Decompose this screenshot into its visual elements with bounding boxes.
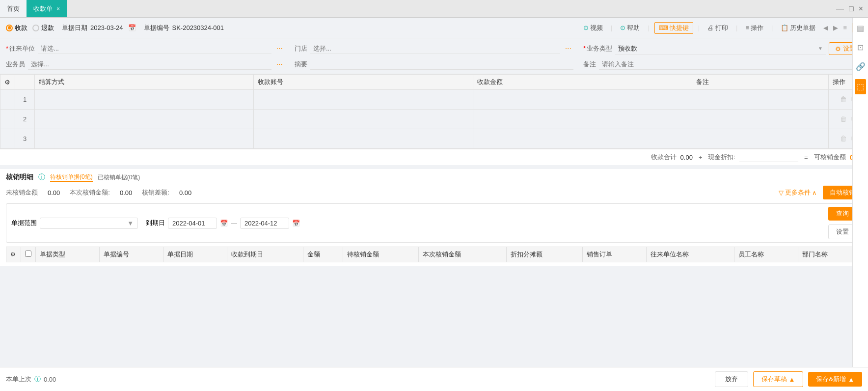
bth-settings[interactable]: ⚙ <box>6 247 21 262</box>
td-row-3-remark[interactable] <box>692 129 828 149</box>
help-icon: ⊙ <box>620 24 625 31</box>
business-type-value: 预收款 <box>618 44 816 53</box>
bth-due: 收款到期日 <box>227 247 303 262</box>
salesman-field: 业务员 ··· <box>6 59 285 70</box>
operation-btn[interactable]: ≡ 操作 <box>742 23 766 33</box>
more-conditions-btn[interactable]: ▽ 更多条件 ∧ <box>779 188 817 197</box>
table-row: 2 🗑 ⧉ <box>0 110 868 129</box>
total-value: 0.00 <box>680 154 693 161</box>
abandon-btn[interactable]: 放弃 <box>715 371 748 387</box>
no-value: SK-20230324-001 <box>172 24 224 31</box>
form-row-1: 往来单位 ··· 门店 ··· 业务类型 预收款 ▼ <box>6 42 862 55</box>
to-date-input[interactable] <box>240 218 289 229</box>
window-close[interactable]: × <box>859 4 863 13</box>
counterpart-more-icon[interactable]: ··· <box>274 44 285 53</box>
from-date-icon[interactable]: 📅 <box>220 220 228 227</box>
row-1-delete-icon[interactable]: 🗑 <box>840 95 847 103</box>
sidebar-list-icon[interactable]: ⊡ <box>855 41 866 54</box>
history-btn[interactable]: 📋 历史单据 <box>778 23 818 33</box>
range-select[interactable]: ▼ <box>40 218 138 229</box>
window-maximize[interactable]: □ <box>849 4 854 13</box>
business-type-select[interactable]: 预收款 ▼ <box>615 43 826 55</box>
td-row-3-settlement[interactable] <box>35 129 254 149</box>
from-date-input[interactable] <box>168 218 217 229</box>
print-btn[interactable]: 🖨 打印 <box>705 23 731 33</box>
td-row-1-account[interactable] <box>254 90 473 110</box>
tab-receipt-close[interactable]: × <box>56 5 60 12</box>
th-settings[interactable]: ⚙ <box>0 75 15 90</box>
section-header: 核销明细 ⓘ 待核销单据(0笔) 已核销单据(0笔) <box>6 173 862 182</box>
date-label: 单据日期 <box>62 24 87 32</box>
section-divider <box>0 165 868 169</box>
tab-home-label: 首页 <box>7 4 20 13</box>
td-row-3-amount[interactable] <box>473 129 692 149</box>
bottom-table-header: ⚙ 单据类型 单据编号 单据日期 收款到期日 金额 待核销金额 本次核销金额 折… <box>6 247 862 262</box>
no-label: 单据编号 <box>144 24 169 32</box>
range-label: 单据范围 <box>11 219 37 227</box>
window-minimize[interactable]: — <box>836 4 844 13</box>
store-label: 门店 <box>295 44 307 53</box>
equals-sign: = <box>804 154 808 161</box>
discount-input[interactable] <box>739 152 798 162</box>
salesman-input[interactable] <box>28 59 271 70</box>
td-row-2-remark[interactable] <box>692 110 828 129</box>
remark-input[interactable] <box>599 59 862 70</box>
th-row-num <box>15 75 35 90</box>
radio-receipt[interactable]: 收款 <box>6 24 27 32</box>
salesman-more-icon[interactable]: ··· <box>274 60 285 69</box>
this-order-info-icon[interactable]: ⓘ <box>34 375 41 384</box>
bottom-table-area: ⚙ 单据类型 单据编号 单据日期 收款到期日 金额 待核销金额 本次核销金额 折… <box>6 247 862 262</box>
td-row-3-account[interactable] <box>254 129 473 149</box>
summary-input[interactable] <box>310 59 573 70</box>
summary-field: 摘要 <box>295 59 573 70</box>
row-2-delete-icon[interactable]: 🗑 <box>840 115 847 123</box>
td-row-2-account[interactable] <box>254 110 473 129</box>
td-row-1-remark[interactable] <box>692 90 828 110</box>
pending-tab[interactable]: 待核销单据(0笔) <box>50 173 93 182</box>
tab-home[interactable]: 首页 <box>0 0 27 17</box>
diff-label: 核销差额: <box>142 188 169 197</box>
store-input[interactable] <box>310 43 560 54</box>
save-new-btn[interactable]: 保存&新增 ▲ <box>808 372 862 387</box>
th-account: 收款账号 <box>254 75 473 90</box>
td-row-2-amount[interactable] <box>473 110 692 129</box>
sidebar-expand-icon[interactable]: ⬚ <box>855 79 866 94</box>
tab-receipt[interactable]: 收款单 × <box>27 0 67 17</box>
nav-prev[interactable]: ◀ <box>823 24 828 31</box>
this-order-label: 本单上次 <box>6 375 31 384</box>
to-date-icon[interactable]: 📅 <box>292 220 300 227</box>
store-field: 门店 ··· <box>295 43 573 54</box>
video-btn[interactable]: ⊙ 视频 <box>580 23 606 33</box>
td-row-1-settlement[interactable] <box>35 90 254 110</box>
sidebar-link-icon[interactable]: 🔗 <box>854 60 868 73</box>
this-order-value: 0.00 <box>44 376 56 383</box>
td-row-1-amount[interactable] <box>473 90 692 110</box>
draft-btn[interactable]: 保存草稿 ▲ <box>753 371 804 387</box>
business-type-field: 业务类型 预收款 ▼ ⚙ 设置 <box>583 42 862 55</box>
bth-staff: 员工名称 <box>734 247 798 262</box>
counterpart-input[interactable] <box>38 43 271 54</box>
calendar-icon[interactable]: 📅 <box>128 24 136 31</box>
done-tab[interactable]: 已核销单据(0笔) <box>98 173 140 182</box>
select-all-checkbox[interactable] <box>25 251 31 257</box>
radio-receipt-dot <box>6 25 13 31</box>
row-3-delete-icon[interactable]: 🗑 <box>840 135 847 142</box>
radio-refund[interactable]: 退款 <box>32 24 54 32</box>
list-icon[interactable]: ≡ <box>843 24 847 31</box>
counterpart-label: 往来单位 <box>6 44 35 53</box>
shortcut-btn[interactable]: ⌨ 快捷键 <box>654 22 693 34</box>
main-table: ⚙ 结算方式 收款账号 收款金额 备注 操作 1 <box>0 74 868 149</box>
th-settlement: 结算方式 <box>35 75 254 90</box>
verif-filter-row: 单据范围 ▼ 到期日 📅 — 📅 查询 设置 <box>6 203 862 243</box>
td-row-2-settlement[interactable] <box>35 110 254 129</box>
due-date-field: 到期日 📅 — 📅 <box>146 218 300 229</box>
uncancelled-label: 未核销金额 <box>6 188 38 197</box>
store-more-icon[interactable]: ··· <box>563 44 573 53</box>
tab-bar: 首页 收款单 × — □ × <box>0 0 868 18</box>
nav-next[interactable]: ▶ <box>833 24 838 31</box>
verif-stats: 未核销金额 0.00 本次核销金额: 0.00 核销差额: 0.00 ▽ 更多条… <box>6 186 862 199</box>
sidebar-table-icon[interactable]: ▤ <box>855 22 866 35</box>
help-btn[interactable]: ⊙ 帮助 <box>617 23 643 33</box>
info-icon[interactable]: ⓘ <box>38 173 45 182</box>
bth-type: 单据类型 <box>36 247 100 262</box>
